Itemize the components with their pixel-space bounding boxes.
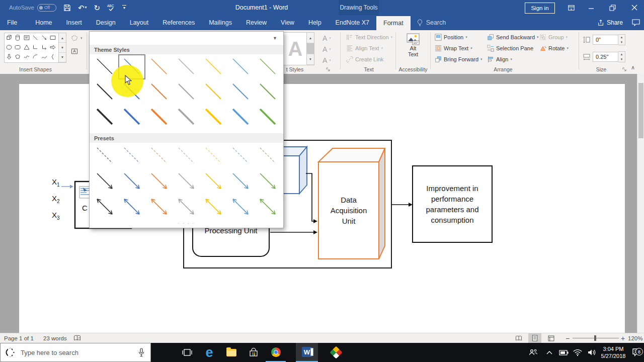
- shape-scribble-icon[interactable]: [22, 52, 31, 61]
- text-outline-button[interactable]: A▾: [323, 45, 331, 53]
- print-layout-button[interactable]: [528, 333, 541, 343]
- shape-width-field[interactable]: 0.25" ▲▼: [593, 51, 625, 62]
- start-button[interactable]: [0, 343, 24, 362]
- proofing-status-icon[interactable]: [73, 333, 81, 343]
- shape-text-box-icon[interactable]: [22, 33, 31, 43]
- preset-line-style-swatch[interactable]: [173, 168, 200, 194]
- wordart-styles-gallery[interactable]: A: [283, 32, 307, 65]
- theme-line-style-swatch[interactable]: [145, 54, 173, 79]
- tab-mailings[interactable]: Mailings: [202, 15, 239, 30]
- read-mode-button[interactable]: [512, 333, 525, 343]
- scrollbar-thumb[interactable]: [638, 83, 643, 138]
- shape-rectangle-icon[interactable]: [49, 33, 58, 43]
- redo-button[interactable]: ↻: [94, 4, 100, 12]
- undo-button[interactable]: ↶▾: [78, 4, 87, 12]
- shape-down-arrow-icon[interactable]: [5, 52, 14, 61]
- preset-line-style-swatch[interactable]: [227, 168, 254, 194]
- sign-in-button[interactable]: Sign in: [525, 3, 555, 14]
- theme-line-style-swatch[interactable]: [200, 54, 227, 79]
- theme-line-style-swatch[interactable]: [227, 54, 254, 79]
- preset-line-style-swatch[interactable]: [200, 143, 227, 168]
- save-button[interactable]: [63, 4, 71, 12]
- text-direction-button[interactable]: Text Direction▾: [346, 34, 392, 41]
- edge-button[interactable]: e: [199, 343, 219, 362]
- preset-line-style-swatch[interactable]: [173, 143, 200, 168]
- collapse-ribbon-icon[interactable]: ∧: [631, 64, 635, 71]
- page-indicator[interactable]: Page 1 of 1: [4, 333, 34, 343]
- input-label-x2[interactable]: X2: [52, 194, 60, 204]
- chrome-button[interactable]: [266, 343, 286, 362]
- tab-insert[interactable]: Insert: [59, 15, 89, 30]
- preset-line-style-swatch[interactable]: [254, 194, 281, 220]
- show-hidden-icons-button[interactable]: [543, 343, 555, 362]
- send-backward-button[interactable]: Send Backward▾: [487, 34, 539, 41]
- shape-arrow-icon[interactable]: [40, 33, 49, 43]
- share-button[interactable]: Share: [597, 19, 623, 26]
- action-center-button[interactable]: 8: [629, 343, 644, 362]
- tell-me-search[interactable]: Search: [411, 15, 452, 30]
- alt-text-button[interactable]: Alt Text: [401, 33, 425, 64]
- group-button[interactable]: Group▾: [539, 34, 568, 41]
- preset-line-style-swatch[interactable]: [91, 143, 118, 168]
- gallery-more-icon[interactable]: ▼: [59, 53, 66, 62]
- text-effects-button[interactable]: A▾: [323, 56, 331, 64]
- shape-height-field[interactable]: 0" ▲▼: [593, 34, 625, 45]
- shape-curve-icon[interactable]: [40, 52, 49, 61]
- size-dialog-launcher-icon[interactable]: [622, 67, 627, 72]
- zoom-slider-thumb[interactable]: [594, 335, 596, 341]
- tab-layout[interactable]: Layout: [123, 15, 156, 30]
- shape-brace-icon[interactable]: [49, 52, 58, 61]
- tab-view[interactable]: View: [274, 15, 301, 30]
- tab-file[interactable]: File: [0, 15, 24, 30]
- shape-cube-icon[interactable]: [5, 33, 14, 43]
- gallery-more-icon[interactable]: ▼: [273, 36, 277, 41]
- preset-line-style-swatch[interactable]: [145, 194, 173, 220]
- tab-design[interactable]: Design: [89, 15, 123, 30]
- align-text-button[interactable]: Align Text▾: [346, 45, 383, 52]
- volume-button[interactable]: [585, 343, 599, 362]
- shape-elbow-connector-icon[interactable]: [31, 43, 40, 52]
- spelling-check-button[interactable]: ABC: [107, 4, 115, 12]
- insert-shapes-scrollbar[interactable]: ▲ ▼ ▼: [58, 33, 66, 63]
- zoom-out-button[interactable]: −: [566, 333, 570, 343]
- comments-icon[interactable]: [632, 19, 640, 26]
- scroll-thumb[interactable]: [307, 43, 314, 54]
- tab-help[interactable]: Help: [301, 15, 329, 30]
- wordart-styles-scrollbar[interactable]: ▲ ▼: [306, 32, 314, 65]
- theme-line-style-swatch[interactable]: [254, 105, 281, 130]
- width-spin-up-icon[interactable]: ▲: [618, 52, 625, 57]
- app-pinwheel-button[interactable]: [326, 343, 346, 362]
- text-fill-button[interactable]: A▾: [323, 34, 331, 42]
- theme-line-style-swatch[interactable]: [173, 54, 200, 79]
- word-button[interactable]: W: [296, 343, 318, 362]
- tab-format[interactable]: Format: [376, 16, 411, 30]
- shape-line-icon[interactable]: [31, 33, 40, 43]
- align-button[interactable]: Align▾: [487, 56, 512, 63]
- preset-line-style-swatch[interactable]: [200, 194, 227, 220]
- input-label-x3[interactable]: X3: [52, 211, 60, 221]
- theme-line-style-swatch[interactable]: [118, 105, 145, 130]
- theme-line-style-swatch[interactable]: [200, 79, 227, 105]
- theme-line-style-swatch[interactable]: [227, 79, 254, 105]
- shape-triangle-icon[interactable]: [22, 43, 31, 52]
- input-label-x1[interactable]: X1: [52, 177, 60, 188]
- customize-quick-access-button[interactable]: ▾: [122, 5, 126, 10]
- autosave-toggle[interactable]: AutoSave Off: [9, 4, 56, 12]
- restore-button[interactable]: [604, 0, 621, 15]
- microphone-icon[interactable]: [138, 348, 144, 357]
- preset-line-style-swatch[interactable]: [227, 143, 254, 168]
- vertical-scrollbar[interactable]: [637, 74, 644, 333]
- theme-line-style-swatch[interactable]: [227, 105, 254, 130]
- insert-shapes-gallery[interactable]: [4, 33, 59, 63]
- preset-line-style-swatch[interactable]: [227, 194, 254, 220]
- zoom-in-button[interactable]: +: [621, 333, 625, 343]
- preset-line-style-swatch[interactable]: [145, 168, 173, 194]
- theme-line-style-swatch[interactable]: [254, 79, 281, 105]
- wrap-text-button[interactable]: Wrap Text▾: [435, 45, 472, 52]
- theme-line-style-swatch[interactable]: [254, 54, 281, 79]
- shape-height-value[interactable]: 0": [593, 35, 618, 45]
- preset-line-style-swatch[interactable]: [145, 143, 173, 168]
- tab-endnote-x7[interactable]: EndNote X7: [329, 15, 376, 30]
- theme-line-style-swatch[interactable]: [173, 79, 200, 105]
- shape-right-arrow-icon[interactable]: [49, 43, 58, 52]
